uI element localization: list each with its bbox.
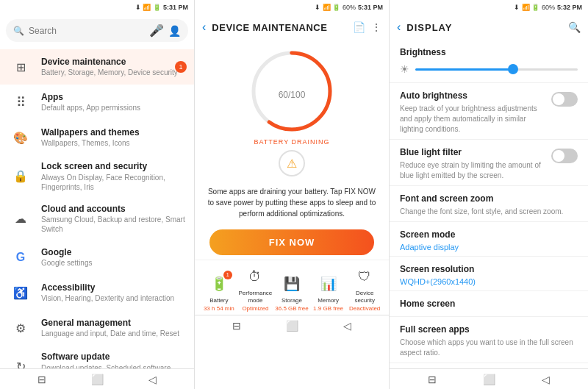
bottom-nav-3: ⊟ ⬜ ◁	[390, 368, 588, 389]
battery-max: /100	[288, 90, 305, 100]
blue-light-subtitle: Reduce eye strain by limiting the amount…	[400, 160, 545, 181]
cloud-subtitle: Samsung Cloud, Backup and restore, Smart…	[41, 215, 185, 234]
profile-icon[interactable]: 👤	[168, 25, 181, 37]
lockscreen-icon: 🔒	[9, 165, 32, 188]
performance-sub: Optimized	[242, 305, 268, 312]
settings-item-software[interactable]: ↻ Software update Download updates, Sche…	[0, 346, 194, 368]
auto-brightness-subtitle: Keep track of your brightness adjustment…	[400, 104, 545, 135]
status-bar-3: ⬇ 📶 🔋 60% 5:32 PM	[390, 0, 588, 15]
maintenance-header: ‹ DEVICE MAINTENANCE 📄 ⋮	[195, 15, 389, 40]
device-maintenance-subtitle: Battery, Storage, Memory, Device securit…	[41, 68, 185, 77]
device-maintenance-icon: ⊞	[9, 55, 32, 79]
memory-item[interactable]: 📊 Memory 1.9 GB free	[310, 272, 347, 313]
maintenance-icons-row: 🔋 1 Battery 33 h 54 min ⏱ Performancemod…	[195, 260, 389, 315]
screen-mode-section[interactable]: Screen mode Adaptive display	[390, 222, 588, 257]
font-zoom-subtitle: Change the font size, font style, and sc…	[400, 207, 578, 217]
software-subtitle: Download updates, Scheduled software upd…	[41, 363, 185, 368]
auto-brightness-toggle[interactable]	[551, 92, 578, 107]
nav-recent-3[interactable]: ⊟	[428, 374, 437, 385]
back-button-2[interactable]: ‹	[202, 21, 206, 34]
nav-icon-back[interactable]: ◁	[148, 374, 157, 385]
nav-back-2[interactable]: ◁	[343, 320, 351, 332]
battery-circle-container: 60/100 BATTERY DRAINING ⚠	[195, 40, 389, 180]
status-bar-2: ⬇ 📶 🔋 60% 5:31 PM	[195, 0, 389, 15]
general-title: General management	[41, 318, 185, 329]
storage-sub: 36.5 GB free	[275, 305, 308, 312]
more-icon[interactable]: ⋮	[371, 21, 381, 33]
back-button-3[interactable]: ‹	[397, 21, 401, 34]
memory-label: Memory	[318, 297, 339, 304]
settings-item-cloud[interactable]: ☁ Cloud and accounts Samsung Cloud, Back…	[0, 198, 194, 240]
settings-item-lockscreen[interactable]: 🔒 Lock screen and security Always On Dis…	[0, 155, 194, 198]
general-icon: ⚙	[9, 316, 32, 340]
display-panel: ⬇ 📶 🔋 60% 5:32 PM ‹ DISPLAY 🔍 Brightness…	[390, 0, 588, 389]
settings-item-google[interactable]: G Google Google settings	[0, 240, 194, 275]
full-screen-section[interactable]: Full screen apps Choose which apps you w…	[390, 317, 588, 363]
storage-item[interactable]: 💾 Storage 36.5 GB free	[273, 272, 310, 313]
home-screen-title: Home screen	[400, 299, 578, 309]
device-maintenance-panel: ⬇ 📶 🔋 60% 5:31 PM ‹ DEVICE MAINTENANCE 📄…	[195, 0, 390, 389]
display-header: ‹ DISPLAY 🔍	[390, 15, 588, 40]
device-maintenance-title: Device maintenance	[41, 57, 185, 68]
brightness-row[interactable]: ☀	[400, 60, 578, 78]
mic-icon[interactable]: 🎤	[149, 24, 164, 38]
display-settings-list: Brightness ☀ Auto brightness Keep track …	[390, 40, 588, 368]
software-icon: ↻	[9, 355, 32, 368]
battery-circle: 60/100	[248, 47, 336, 135]
search-input[interactable]	[29, 26, 145, 36]
home-screen-section[interactable]: Home screen	[390, 291, 588, 317]
settings-item-wallpapers[interactable]: 🎨 Wallpapers and themes Wallpapers, Them…	[0, 120, 194, 155]
settings-item-accessibility[interactable]: ♿ Accessibility Vision, Hearing, Dexteri…	[0, 275, 194, 310]
brightness-section: Brightness ☀	[390, 40, 588, 83]
settings-item-device-maintenance[interactable]: ⊞ Device maintenance Battery, Storage, M…	[0, 49, 194, 85]
status-bar-1: ⬇ 📶 🔋 5:31 PM	[0, 0, 194, 15]
font-zoom-section[interactable]: Font and screen zoom Change the font siz…	[390, 186, 588, 222]
status-icons-2: ⬇ 📶 🔋 60%	[315, 4, 356, 11]
nav-home-2[interactable]: ⬜	[286, 320, 298, 332]
google-icon: G	[9, 246, 32, 269]
lockscreen-title: Lock screen and security	[41, 161, 185, 173]
status-time-1: 5:31 PM	[163, 4, 188, 11]
wallpapers-subtitle: Wallpapers, Themes, Icons	[41, 138, 185, 148]
battery-item[interactable]: 🔋 1 Battery 33 h 54 min	[201, 272, 237, 313]
auto-brightness-section: Auto brightness Keep track of your brigh…	[390, 83, 588, 140]
screen-resolution-section[interactable]: Screen resolution WQHD+(2960x1440)	[390, 257, 588, 291]
battery-icon: 🔋 1	[207, 272, 231, 296]
fix-now-button[interactable]: FIX NOW	[209, 229, 374, 255]
font-zoom-title: Font and screen zoom	[400, 193, 578, 204]
document-icon[interactable]: 📄	[353, 21, 365, 33]
nav-back-3[interactable]: ◁	[542, 374, 550, 385]
blue-light-toggle[interactable]	[551, 149, 578, 163]
memory-sub: 1.9 GB free	[313, 305, 343, 312]
general-subtitle: Language and input, Date and time, Reset	[41, 329, 185, 338]
easy-mode-section[interactable]: Easy mode Turned off	[390, 363, 588, 368]
brightness-thumb[interactable]	[508, 64, 518, 74]
brightness-slider[interactable]	[415, 68, 578, 71]
brightness-title: Brightness	[400, 47, 578, 57]
screen-mode-value: Adaptive display	[400, 243, 578, 251]
google-subtitle: Google settings	[41, 258, 185, 268]
performance-icon: ⏱	[243, 265, 267, 288]
screen-resolution-value: WQHD+(2960x1440)	[400, 277, 578, 286]
nav-icon-recent[interactable]: ⊟	[37, 374, 46, 385]
screen-mode-title: Screen mode	[400, 229, 578, 240]
software-title: Software update	[41, 351, 185, 363]
status-icons-1: ⬇ 📶 🔋	[135, 4, 161, 11]
settings-item-general[interactable]: ⚙ General management Language and input,…	[0, 310, 194, 346]
apps-subtitle: Default apps, App permissions	[41, 103, 185, 113]
nav-home-3[interactable]: ⬜	[483, 374, 495, 385]
settings-item-apps[interactable]: ⠿ Apps Default apps, App permissions	[0, 85, 194, 120]
screen-resolution-title: Screen resolution	[400, 264, 578, 274]
device-maintenance-badge: 1	[175, 61, 187, 73]
storage-icon: 💾	[280, 272, 304, 296]
maintenance-title: DEVICE MAINTENANCE	[212, 22, 347, 33]
nav-icon-home[interactable]: ⬜	[91, 374, 104, 385]
performance-item[interactable]: ⏱ Performancemode Optimized	[237, 265, 274, 312]
security-item[interactable]: 🛡 Device security Deactivated	[346, 265, 383, 312]
storage-label: Storage	[282, 297, 302, 304]
nav-recent-2[interactable]: ⊟	[232, 320, 241, 332]
lockscreen-subtitle: Always On Display, Face Recognition, Fin…	[41, 173, 185, 192]
battery-sub: 33 h 54 min	[204, 305, 234, 312]
search-bar[interactable]: 🔍 🎤 👤	[6, 19, 188, 42]
display-search-icon[interactable]: 🔍	[568, 21, 581, 33]
